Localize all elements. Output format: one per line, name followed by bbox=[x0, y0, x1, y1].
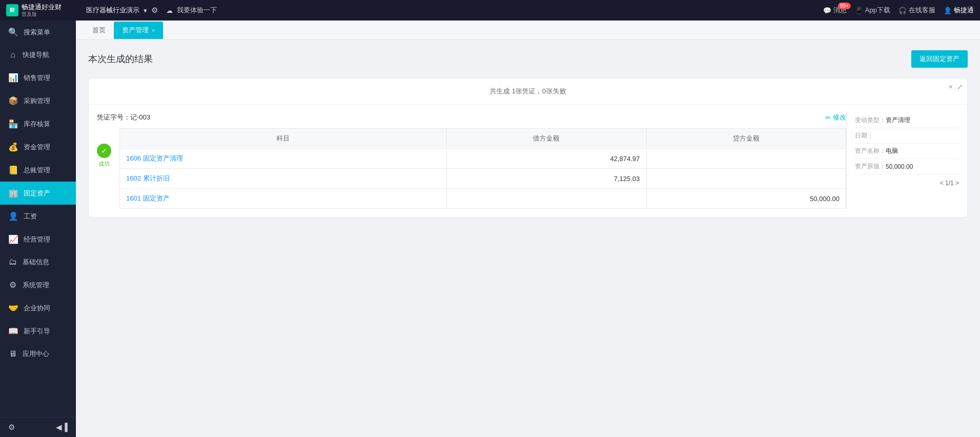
col-subject: 科目 bbox=[120, 129, 447, 149]
chevron-down-icon[interactable]: ▾ bbox=[144, 7, 147, 14]
summary-row: 共生成 1张凭证，0张失败 bbox=[89, 78, 967, 105]
sidebar-label-10: 基础信息 bbox=[23, 257, 49, 267]
debit-cell-2 bbox=[447, 189, 646, 209]
sidebar-item-7[interactable]: 🏢 固定资产 bbox=[0, 182, 76, 205]
sidebar-icon-11: ⚙ bbox=[8, 280, 17, 290]
asset-name-value: 电脑 bbox=[886, 147, 898, 155]
sidebar-item-3[interactable]: 📦 采购管理 bbox=[0, 89, 76, 112]
sidebar-icon-1: ⌂ bbox=[8, 50, 17, 59]
sidebar-item-13[interactable]: 📖 新手引导 bbox=[0, 320, 76, 343]
summary-text: 共生成 1张凭证，0张失败 bbox=[490, 87, 566, 95]
logo-name: 畅捷通好业财 bbox=[22, 3, 62, 11]
company-selector[interactable]: 医疗器械行业演示 bbox=[86, 6, 139, 15]
success-badge: ✓ 成功 bbox=[97, 128, 111, 209]
sidebar-item-4[interactable]: 🏪 库存核算 bbox=[0, 112, 76, 135]
sidebar-item-1[interactable]: ⌂ 快捷导航 bbox=[0, 44, 76, 66]
sidebar-item-14[interactable]: 🖥 应用中心 bbox=[0, 343, 76, 365]
tab-home[interactable]: 首页 bbox=[84, 22, 114, 39]
sidebar-item-10[interactable]: 🗂 基础信息 bbox=[0, 251, 76, 273]
sidebar-label-13: 新手引导 bbox=[24, 327, 50, 336]
user-avatar[interactable]: 👤 畅捷通 bbox=[944, 6, 974, 15]
sidebar-icon-13: 📖 bbox=[8, 326, 18, 336]
subject-cell-2: 1601 固定资产 bbox=[120, 189, 447, 209]
tab-asset-mgmt-label: 资产管理 bbox=[122, 26, 149, 35]
asset-value-value: 50,000.00 bbox=[886, 163, 913, 170]
sidebar-item-2[interactable]: 📊 销售管理 bbox=[0, 66, 76, 89]
user-name: 畅捷通 bbox=[954, 6, 974, 15]
edit-label: 修改 bbox=[833, 113, 846, 122]
header-right: 💬 消息 99+ 📱 App下载 🎧 在线客服 👤 畅捷通 bbox=[823, 6, 974, 15]
table-row: 1602 累计折旧 7,125.03 bbox=[120, 169, 846, 189]
success-text: 成功 bbox=[98, 160, 110, 168]
asset-value-label: 资产原值： bbox=[855, 162, 886, 171]
message-button[interactable]: 💬 消息 99+ bbox=[823, 6, 847, 15]
experience-link[interactable]: 我要体验一下 bbox=[177, 6, 217, 15]
sidebar-label-14: 应用中心 bbox=[23, 349, 49, 359]
pagination-text[interactable]: < 1/1 > bbox=[940, 180, 959, 187]
pagination[interactable]: < 1/1 > bbox=[855, 174, 959, 192]
voucher-right: 变动类型： 资产清理 日期： 资产名称： 电脑 资产原值： bbox=[846, 113, 959, 209]
edit-icon: ✏ bbox=[825, 114, 831, 122]
detail-asset-value: 资产原值： 50,000.00 bbox=[855, 159, 959, 174]
page-content: 本次生成的结果 返回固定资产 × ⤢ 共生成 1张凭证，0张失败 bbox=[76, 40, 980, 437]
table-row: 1606 固定资产清理 42,874.97 bbox=[120, 149, 846, 169]
sidebar-icon-3: 📦 bbox=[8, 96, 18, 106]
debit-cell-1: 7,125.03 bbox=[447, 169, 646, 189]
sidebar-scroll: 🔍 搜索菜单 ⌂ 快捷导航 📊 销售管理 📦 采购管理 🏪 库存核算 💰 资金管… bbox=[0, 21, 76, 417]
sidebar-item-8[interactable]: 👤 工资 bbox=[0, 205, 76, 228]
col-debit: 借方金额 bbox=[447, 129, 646, 149]
asset-name-label: 资产名称： bbox=[855, 147, 886, 155]
logo-sub: 普及版 bbox=[22, 11, 62, 17]
collapse-icon[interactable]: ◀▐ bbox=[56, 423, 68, 432]
debit-cell-0: 42,874.97 bbox=[447, 149, 646, 169]
sidebar-icon-12: 🤝 bbox=[8, 303, 18, 313]
sidebar-item-11[interactable]: ⚙ 系统管理 bbox=[0, 273, 76, 296]
col-credit: 贷方金额 bbox=[646, 129, 846, 149]
sidebar-item-5[interactable]: 💰 资金管理 bbox=[0, 135, 76, 158]
app-download-button[interactable]: 📱 App下载 bbox=[855, 6, 890, 15]
subject-cell-0: 1606 固定资产清理 bbox=[120, 149, 447, 169]
voucher-block: 凭证字号：记-003 ✏ 修改 ✓ bbox=[89, 105, 967, 217]
main-layout: 🔍 搜索菜单 ⌂ 快捷导航 📊 销售管理 📦 采购管理 🏪 库存核算 💰 资金管… bbox=[0, 21, 980, 437]
check-icon: ✓ bbox=[101, 147, 107, 155]
avatar-icon: 👤 bbox=[944, 7, 952, 14]
edit-button[interactable]: ✏ 修改 bbox=[825, 113, 846, 122]
sidebar-item-0[interactable]: 🔍 搜索菜单 bbox=[0, 21, 76, 44]
credit-cell-1 bbox=[646, 169, 846, 189]
sidebar-label-5: 资金管理 bbox=[24, 143, 50, 152]
sidebar-icon-5: 💰 bbox=[8, 142, 18, 152]
close-panel-icon[interactable]: × bbox=[949, 83, 953, 91]
download-icon: 📱 bbox=[855, 7, 863, 14]
tab-asset-mgmt[interactable]: 资产管理 × bbox=[114, 22, 163, 39]
return-button[interactable]: 返回固定资产 bbox=[911, 50, 968, 68]
expand-panel-icon[interactable]: ⤢ bbox=[957, 83, 963, 91]
settings-icon[interactable]: ⚙ bbox=[151, 6, 158, 15]
table-row: 1601 固定资产 50,000.00 bbox=[120, 189, 846, 209]
online-service-button[interactable]: 🎧 在线客服 bbox=[898, 6, 935, 15]
success-circle: ✓ bbox=[97, 144, 111, 158]
sidebar-label-9: 经营管理 bbox=[24, 235, 50, 244]
sidebar-icon-2: 📊 bbox=[8, 73, 18, 83]
logo-icon: 财 bbox=[6, 4, 18, 16]
sidebar-icon-9: 📈 bbox=[8, 234, 18, 244]
sidebar-item-6[interactable]: 📒 总账管理 bbox=[0, 158, 76, 182]
change-type-value: 资产清理 bbox=[886, 116, 910, 125]
sidebar-icon-4: 🏪 bbox=[8, 119, 18, 129]
detail-date: 日期： bbox=[855, 128, 959, 144]
sidebar-icon-8: 👤 bbox=[8, 211, 18, 221]
sidebar-label-1: 快捷导航 bbox=[23, 50, 49, 59]
tab-home-label: 首页 bbox=[92, 26, 106, 35]
message-badge: 99+ bbox=[838, 3, 851, 9]
tab-close-icon[interactable]: × bbox=[152, 27, 155, 33]
sidebar-item-12[interactable]: 🤝 企业协同 bbox=[0, 296, 76, 320]
sidebar-item-9[interactable]: 📈 经营管理 bbox=[0, 228, 76, 251]
settings-bottom-icon[interactable]: ⚙ bbox=[8, 423, 15, 432]
voucher-table: 科目 借方金额 贷方金额 1606 固定资产清理 42,874.97 1602 … bbox=[119, 128, 846, 209]
content-area: 首页 资产管理 × 本次生成的结果 返回固定资产 × ⤢ bbox=[76, 21, 980, 437]
top-header: 财 畅捷通好业财 普及版 医疗器械行业演示 ▾ ⚙ ☁ 我要体验一下 💬 消息 … bbox=[0, 0, 980, 21]
sidebar-label-0: 搜索菜单 bbox=[24, 28, 50, 37]
sidebar-icon-6: 📒 bbox=[8, 165, 18, 175]
sidebar-label-4: 库存核算 bbox=[24, 120, 50, 129]
credit-cell-2: 50,000.00 bbox=[646, 189, 846, 209]
page-title-row: 本次生成的结果 返回固定资产 bbox=[88, 50, 968, 68]
